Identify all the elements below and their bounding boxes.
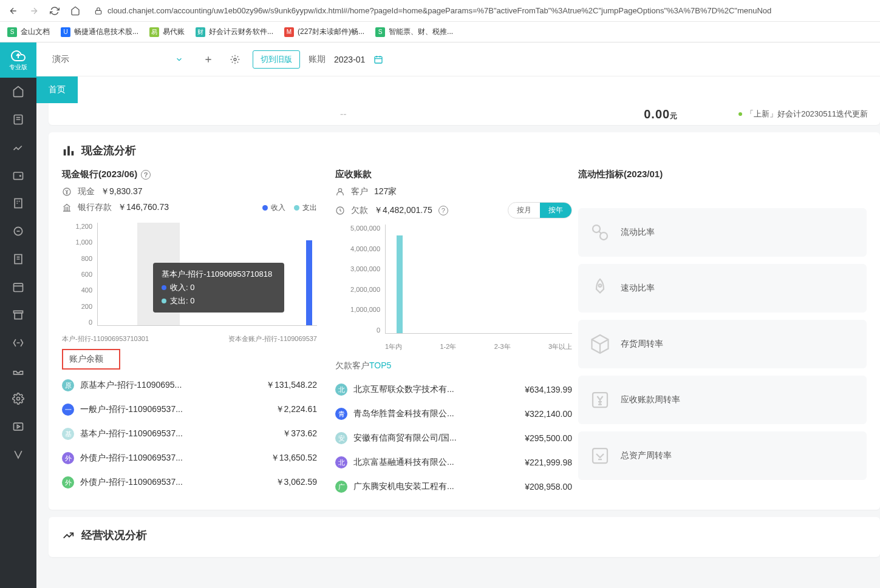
rail-setting[interactable] xyxy=(0,329,36,357)
rail-asset[interactable] xyxy=(0,189,36,217)
cust-icon: 北 xyxy=(335,456,347,468)
tab-home[interactable]: 首页 xyxy=(36,76,78,103)
bookmark-item[interactable]: M(227封未读邮件)畅... xyxy=(284,27,364,37)
cash-bank-title: 现金银行(2023/06) ? xyxy=(62,169,317,180)
forward-button[interactable] xyxy=(26,2,43,19)
row-val: ¥295,500.00 xyxy=(525,433,572,443)
switch-old-button[interactable]: 切到旧版 xyxy=(253,50,300,69)
cash-line: 现金 ￥9,830.37 xyxy=(62,186,317,197)
top-strip: -- 0.00元 「上新」好会计20230511迭代更新 xyxy=(49,103,880,125)
rail-gear[interactable] xyxy=(0,385,36,413)
bookmark-label: 智能票、财、税推... xyxy=(389,27,453,37)
liquidity-col: 流动性指标(2023/01) 流动比率 速动比率 存货周转率 应收账款周转率 总… xyxy=(572,169,867,499)
ar-plot[interactable] xyxy=(385,225,572,334)
rail-video[interactable] xyxy=(0,413,36,441)
rocket-icon xyxy=(589,277,611,299)
liq-label: 应收账款周转率 xyxy=(621,394,680,405)
row-val: ￥373.62 xyxy=(282,428,317,439)
cust-icon: 青 xyxy=(335,408,347,420)
file-icon xyxy=(12,113,24,126)
rail-report[interactable] xyxy=(0,133,36,161)
chevron-down-icon xyxy=(175,55,183,64)
add-button[interactable] xyxy=(199,50,217,69)
help-icon[interactable]: ? xyxy=(141,170,151,180)
org-name: 演示 xyxy=(52,54,69,65)
toggle-month[interactable]: 按月 xyxy=(508,203,540,218)
reload-button[interactable] xyxy=(46,2,63,19)
debt-row[interactable]: 北北京互帮联众数字技术有...¥634,139.99 xyxy=(335,377,572,402)
rail-voucher[interactable] xyxy=(0,106,36,133)
liq-card-flow[interactable]: 流动比率 xyxy=(578,208,867,257)
bookmark-item[interactable]: U畅捷通信息技术股... xyxy=(61,27,138,37)
bookmark-item[interactable]: S金山文档 xyxy=(7,27,50,37)
period-label: 账期 xyxy=(309,54,326,65)
svg-rect-15 xyxy=(67,146,70,156)
bookmark-item[interactable]: 财好会计云财务软件... xyxy=(196,27,273,37)
balance-title: 账户余额 xyxy=(69,354,103,363)
settings-button[interactable] xyxy=(226,50,244,69)
rail-salary[interactable] xyxy=(0,217,36,245)
clock-icon xyxy=(335,206,345,215)
debt-row[interactable]: 安安徽有信商贸有限公司/国...¥295,500.00 xyxy=(335,426,572,450)
svg-rect-2 xyxy=(14,172,23,180)
row-name: 外债户-招行-1109069537... xyxy=(80,453,265,464)
gear-icon xyxy=(12,393,24,405)
strip-big-value: 0.00元 xyxy=(644,107,678,121)
strip-input-placeholder xyxy=(61,114,267,115)
app-logo[interactable]: 专业版 xyxy=(0,42,36,78)
ar-chart: 5,000,0004,000,0003,000,0002,000,0001,00… xyxy=(335,225,572,352)
bank-chart: 1,2001,0008006004002000 基本户-招行-110906953… xyxy=(62,223,317,344)
legend-out: 支出 xyxy=(302,203,317,213)
svg-rect-14 xyxy=(64,149,66,155)
row-val: ￥13,650.52 xyxy=(271,453,317,464)
rail-home[interactable] xyxy=(0,78,36,106)
debt-row[interactable]: 北北京富基融通科技有限公...¥221,999.98 xyxy=(335,450,572,475)
liq-card-ar-turn[interactable]: 应收账款周转率 xyxy=(578,376,867,424)
url-bar[interactable]: cloud.chanjet.com/accounting/uw1eb00zy96… xyxy=(87,2,875,19)
cloud-icon xyxy=(11,49,26,63)
rail-archive[interactable] xyxy=(0,301,36,329)
announcement[interactable]: 「上新」好会计20230511迭代更新 xyxy=(738,109,868,120)
row-val: ¥322,140.00 xyxy=(525,409,572,419)
balance-row[interactable]: 外外债户-招行-1109069537...￥13,650.52 xyxy=(62,446,317,470)
recycle-icon xyxy=(12,337,24,349)
rail-v[interactable] xyxy=(0,441,36,468)
row-name: 安徽有信商贸有限公司/国... xyxy=(353,433,519,444)
home-button[interactable] xyxy=(67,2,84,19)
balance-row[interactable]: 一一般户-招行-1109069537...￥2,224.61 xyxy=(62,397,317,422)
deposit-line: 银行存款 ￥146,760.73 收入 支出 xyxy=(62,202,317,213)
rail-money[interactable] xyxy=(0,161,36,189)
back-button[interactable] xyxy=(5,2,22,19)
liq-card-inventory[interactable]: 存货周转率 xyxy=(578,320,867,368)
liq-label: 总资产周转率 xyxy=(621,450,672,461)
tooltip-val: 支出: 0 xyxy=(170,296,194,306)
favicon-icon: 易 xyxy=(149,27,159,37)
person-icon xyxy=(335,187,345,197)
bookmark-item[interactable]: S智能票、财、税推... xyxy=(375,27,453,37)
balance-row[interactable]: 基基本户-招行-1109069537...￥373.62 xyxy=(62,422,317,446)
balance-row[interactable]: 原原基本户-招行-11090695...￥131,548.22 xyxy=(62,373,317,397)
bookmark-item[interactable]: 易易代账 xyxy=(149,27,185,37)
bank-icon xyxy=(62,203,72,212)
calendar-icon[interactable] xyxy=(373,55,383,64)
lock-icon xyxy=(94,7,103,15)
liq-card-quick[interactable]: 速动比率 xyxy=(578,264,867,313)
debt-row[interactable]: 青青岛华胜普金科技有限公...¥322,140.00 xyxy=(335,402,572,426)
org-select[interactable]: 演示 xyxy=(45,49,191,70)
status-dot-icon xyxy=(738,112,742,116)
archive-icon xyxy=(12,309,24,321)
rail-closing[interactable] xyxy=(0,273,36,301)
balance-row[interactable]: 外外债户-招行-1109069537...￥3,062.59 xyxy=(62,470,317,495)
ratio-icon xyxy=(589,221,611,243)
help-icon[interactable]: ? xyxy=(438,206,448,215)
wallet-icon xyxy=(12,169,24,181)
svg-rect-9 xyxy=(15,313,22,319)
period-value[interactable]: 2023-01 xyxy=(334,55,365,64)
debt-row[interactable]: 广广东腾安机电安装工程有...¥208,958.00 xyxy=(335,475,572,499)
panel-header: 现金流分析 xyxy=(62,143,867,158)
liq-card-asset-turn[interactable]: 总资产周转率 xyxy=(578,431,867,480)
toggle-year[interactable]: 按年 xyxy=(540,203,571,218)
period-toggle[interactable]: 按月 按年 xyxy=(508,202,572,218)
rail-tray[interactable] xyxy=(0,357,36,385)
rail-invoice[interactable] xyxy=(0,245,36,273)
